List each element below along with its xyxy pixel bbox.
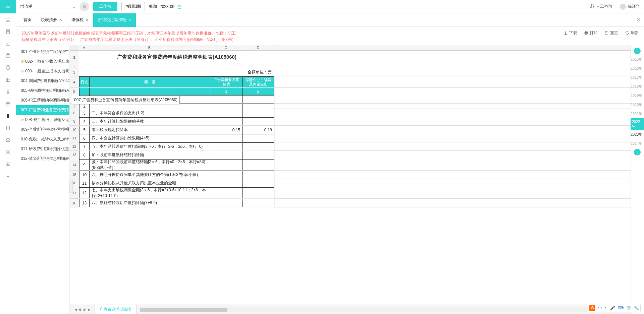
cell[interactable]: 八、累计结转以后年度扣除额(7+8-9) [89, 199, 210, 207]
row-number[interactable]: 2 [70, 64, 79, 68]
cell[interactable]: 减：本年扣除的以前年度结转额[3＞6，本行=0；3≤6，本行=8与(6-3)孰小… [89, 159, 210, 170]
nav-doc-icon[interactable] [0, 25, 16, 38]
download-button[interactable]: 下载 [564, 30, 577, 36]
form-list-item[interactable]: 004-期间费用明细表(A1040... [16, 76, 69, 86]
year-scroll-down-icon[interactable]: ⌄ [634, 149, 641, 155]
cell[interactable]: 2 [79, 104, 89, 109]
ime-punct-icon[interactable]: •, [605, 306, 607, 310]
year-scroll-up-icon[interactable]: ⌃ [634, 48, 641, 54]
cell[interactable] [242, 159, 274, 170]
row-number[interactable]: 18 [70, 199, 79, 207]
ime-lang[interactable]: 中 [598, 305, 602, 311]
form-list-item[interactable]: 009-企业所得税弥补亏损明... [16, 125, 69, 134]
cell[interactable] [242, 117, 274, 125]
sheet-nav-last-icon[interactable]: ▶▕ [88, 308, 93, 311]
cell[interactable] [210, 109, 242, 117]
ime-logo-icon[interactable]: S [589, 305, 595, 311]
cell[interactable] [89, 104, 210, 109]
close-all-tabs-icon[interactable]: ✕ [636, 17, 641, 23]
cell[interactable] [242, 142, 274, 150]
year-item[interactable]: 2016年 [631, 64, 644, 73]
form-list-item[interactable]: 012-减免所得税优惠明细表(... [16, 154, 69, 164]
form-list-item[interactable]: ⊘003-一般企业成本支出明细... [16, 66, 69, 76]
cell[interactable]: 11 [79, 179, 89, 187]
cell[interactable]: 按照分摊协议从其他关联方归集至本企业的金额 [89, 179, 210, 187]
cell[interactable] [210, 199, 242, 207]
sheet-nav-next-icon[interactable]: ▶ [83, 308, 87, 311]
cell[interactable] [210, 95, 242, 103]
year-item[interactable]: 2021年 [631, 109, 644, 118]
cell[interactable]: 5 [79, 126, 89, 134]
nav-inbox-icon[interactable] [0, 134, 16, 146]
cell[interactable]: 乘：税收规定扣除率 [89, 126, 210, 134]
cell[interactable]: 13 [79, 199, 89, 207]
row-number[interactable]: 13 [70, 151, 79, 159]
form-list-item[interactable]: ⊘008-资产折旧、摊销及纳税... [16, 115, 69, 125]
consult-link[interactable]: 人工咨询 [590, 4, 612, 9]
ime-tool-icon[interactable]: 🔧 [634, 306, 639, 310]
sheet-nav-first-icon[interactable]: ▏◀ [72, 308, 76, 311]
cell[interactable] [210, 171, 242, 179]
cell[interactable] [242, 179, 274, 187]
nav-video-icon[interactable] [0, 158, 16, 170]
cell[interactable] [242, 151, 274, 159]
year-item[interactable]: 2022年 [631, 118, 644, 130]
cell[interactable]: 9 [79, 159, 89, 170]
nav-stamp-icon[interactable] [0, 86, 16, 98]
cell[interactable]: 3 [79, 109, 89, 117]
row-number[interactable]: 10 [70, 126, 79, 134]
nav-tax-icon[interactable] [0, 110, 16, 122]
cell[interactable]: 8 [79, 151, 89, 159]
cell[interactable]: 二、本年符合条件的支出(1-2) [89, 109, 210, 117]
close-icon[interactable]: ✕ [128, 18, 131, 22]
cell[interactable]: 五、本年结转以后年度扣除额(3＞6，本行=3-6；3≤6，本行=0) [89, 142, 210, 150]
year-item[interactable]: 2017年 [631, 73, 644, 82]
tab-vat[interactable]: 增值税✕ [67, 13, 93, 27]
refresh-button[interactable]: 刷新 [625, 30, 639, 36]
cell[interactable] [210, 179, 242, 187]
cell[interactable] [242, 187, 274, 198]
sheet-tab[interactable]: 广宣费调整明细表 [95, 305, 137, 314]
collapse-sidebar-handle[interactable]: ‹ [69, 180, 73, 193]
form-list-item[interactable]: 010-免税、减计收入及加计... [16, 134, 69, 144]
reset-button[interactable]: 重置 [604, 30, 618, 36]
cell[interactable]: 6 [79, 134, 89, 142]
close-icon[interactable]: ✕ [86, 18, 89, 22]
nav-v-icon[interactable] [0, 170, 16, 182]
form-list-item[interactable]: 006-职工薪酬纳税调整明细... [16, 96, 69, 105]
cell[interactable]: 7 [79, 142, 89, 150]
row-number[interactable]: 4 [70, 76, 79, 87]
cell[interactable]: 0.18 [242, 126, 274, 134]
cell[interactable] [210, 134, 242, 142]
row-number[interactable]: 14 [70, 159, 79, 170]
form-list-item[interactable]: 005-纳税调整项目明细表(A1... [16, 86, 69, 96]
nav-settings-icon[interactable] [0, 146, 16, 158]
cell[interactable] [242, 109, 274, 117]
row-number[interactable]: 8 [70, 109, 79, 117]
cell[interactable] [210, 151, 242, 159]
user-menu[interactable]: 徐泽华 [620, 4, 640, 10]
select-all-corner[interactable] [70, 45, 79, 50]
ime-mic-icon[interactable]: 🎤 [610, 306, 615, 310]
nav-clipboard-icon[interactable] [0, 62, 16, 74]
year-item[interactable]: 2015年 [631, 55, 644, 64]
nav-table-icon[interactable] [0, 74, 16, 86]
sheet-grid[interactable]: A B C D 1 广告费和业务宣传费跨年度纳税调整明细表(A105060) 2… [70, 45, 631, 305]
cell[interactable]: 三、本年计算扣除限额的基数 [89, 117, 210, 125]
cell[interactable] [242, 134, 274, 142]
scrollbar-thumb[interactable] [140, 308, 227, 312]
row-number[interactable]: 1 [70, 51, 79, 64]
horizontal-scrollbar[interactable] [140, 308, 627, 312]
form-list-item[interactable]: 001-企业所得税年度纳税申... [16, 47, 69, 57]
cell[interactable] [210, 187, 242, 198]
year-item[interactable]: 2020年 [631, 100, 644, 109]
col-header[interactable]: A [79, 45, 89, 50]
tab-tax-list[interactable]: 税表清册✕ [36, 13, 67, 27]
close-icon[interactable]: ✕ [59, 18, 62, 22]
year-item[interactable]: 2018年 [631, 82, 644, 91]
cell[interactable]: 0.15 [210, 126, 242, 134]
switch-old-button[interactable]: 切到旧版 [121, 2, 145, 11]
calendar-icon[interactable] [177, 4, 182, 9]
form-list-item[interactable]: 007-广告费和业务宣传费跨... [16, 105, 69, 115]
cell[interactable]: 七、本年支出纳税调整金额(3＞6，本行=2+3-6+10-11；3≤6，本行=2… [89, 187, 210, 198]
